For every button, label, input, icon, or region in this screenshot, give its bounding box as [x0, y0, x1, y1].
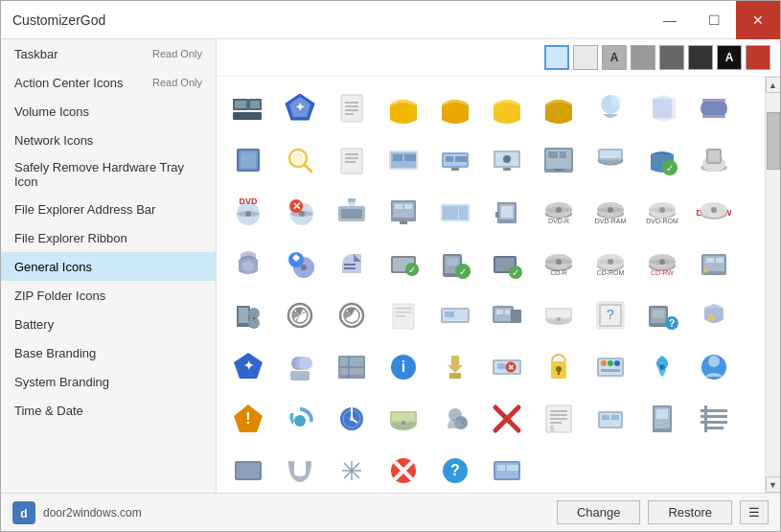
icon-cell[interactable]: [328, 188, 376, 236]
icon-cell[interactable]: [379, 188, 427, 236]
icon-cell[interactable]: ✓: [483, 240, 531, 288]
icon-cell[interactable]: DVD-RAM: [586, 188, 634, 236]
icon-cell[interactable]: [483, 447, 531, 493]
sidebar-item-general-icons[interactable]: General Icons: [1, 252, 216, 281]
icon-cell[interactable]: [483, 291, 531, 339]
icon-cell[interactable]: [328, 447, 376, 493]
icon-cell[interactable]: [483, 84, 531, 132]
sidebar-item-file-explorer-address[interactable]: File Explorer Address Bar: [1, 195, 216, 223]
icon-cell[interactable]: [690, 84, 738, 132]
icon-cell[interactable]: ✦: [276, 84, 324, 132]
icon-cell[interactable]: ✓: [379, 240, 427, 288]
sidebar-item-system-branding[interactable]: System Branding: [1, 367, 216, 396]
icon-cell[interactable]: [535, 136, 583, 184]
close-button[interactable]: ✕: [736, 1, 780, 39]
icon-cell[interactable]: [431, 84, 479, 132]
sidebar-item-action-center[interactable]: Action Center Icons Read Only: [1, 68, 216, 97]
sidebar-item-zip-folder[interactable]: ZIP Folder Icons: [1, 281, 216, 310]
icon-cell[interactable]: [328, 136, 376, 184]
scroll-down-button[interactable]: ▼: [766, 476, 781, 493]
icon-cell[interactable]: [224, 84, 272, 132]
icon-cell[interactable]: [431, 188, 479, 236]
icon-cell[interactable]: [379, 136, 427, 184]
icon-cell[interactable]: [224, 291, 272, 339]
icon-cell[interactable]: [483, 188, 531, 236]
icon-cell[interactable]: [379, 447, 427, 493]
icon-cell[interactable]: ?: [431, 447, 479, 493]
icon-cell[interactable]: [638, 84, 686, 132]
icon-cell[interactable]: A: [690, 291, 738, 339]
icon-cell[interactable]: ?: [638, 291, 686, 339]
icon-cell[interactable]: ✓: [638, 136, 686, 184]
minimize-button[interactable]: —: [648, 1, 692, 39]
icon-cell[interactable]: ?: [586, 291, 634, 339]
icon-cell[interactable]: [224, 447, 272, 493]
icon-cell[interactable]: [690, 395, 738, 443]
color-swatch-a1[interactable]: A: [602, 45, 627, 70]
menu-button[interactable]: ☰: [740, 500, 769, 524]
color-swatch-3[interactable]: [631, 45, 655, 70]
sidebar-item-taskbar[interactable]: Taskbar Read Only: [1, 39, 216, 68]
icon-cell[interactable]: [483, 136, 531, 184]
icon-cell[interactable]: [431, 395, 479, 443]
sidebar-item-volume[interactable]: Volume Icons: [1, 97, 216, 126]
color-swatch-4[interactable]: [659, 45, 684, 70]
sidebar-item-time-date[interactable]: Time & Date: [1, 396, 216, 425]
icon-cell[interactable]: CD-RW: [638, 240, 686, 288]
icon-cell[interactable]: [535, 291, 583, 339]
icon-cell[interactable]: [431, 291, 479, 339]
icon-cell[interactable]: [638, 395, 686, 443]
sidebar-item-battery[interactable]: Battery: [1, 310, 216, 338]
icon-cell[interactable]: [638, 343, 686, 391]
icon-cell[interactable]: [586, 84, 634, 132]
icon-cell[interactable]: [690, 136, 738, 184]
icon-cell[interactable]: [328, 395, 376, 443]
icon-cell[interactable]: [690, 343, 738, 391]
icon-cell[interactable]: [535, 343, 583, 391]
icon-cell[interactable]: DVD: [224, 188, 272, 236]
icon-cell[interactable]: ✓: [431, 240, 479, 288]
icon-cell[interactable]: [379, 84, 427, 132]
sidebar-item-network[interactable]: Network Icons: [1, 126, 216, 154]
icon-cell[interactable]: [535, 84, 583, 132]
sidebar-item-safely-remove[interactable]: Safely Remove Hardware Tray Icon: [1, 154, 216, 195]
icon-cell[interactable]: i: [379, 343, 427, 391]
icon-cell[interactable]: ✕: [276, 188, 324, 236]
scroll-thumb[interactable]: [767, 112, 780, 170]
icon-cell[interactable]: [276, 447, 324, 493]
sidebar-item-file-explorer-ribbon[interactable]: File Explorer Ribbon: [1, 223, 216, 252]
icon-cell[interactable]: CD-R: [535, 240, 583, 288]
color-swatch-red[interactable]: [746, 45, 770, 70]
icon-cell[interactable]: ✦: [224, 343, 272, 391]
icon-cell[interactable]: [328, 343, 376, 391]
icon-cell[interactable]: [586, 395, 634, 443]
icon-cell[interactable]: CD-ROM: [586, 240, 634, 288]
icon-cell[interactable]: DVD-RW: [690, 188, 738, 236]
icon-cell[interactable]: DVD-R: [535, 188, 583, 236]
icon-cell[interactable]: [276, 240, 324, 288]
icon-cell[interactable]: !: [224, 395, 272, 443]
restore-button[interactable]: Restore: [648, 500, 732, 524]
icon-cell[interactable]: ✖: [483, 343, 531, 391]
icon-cell[interactable]: A: [690, 240, 738, 288]
scroll-track[interactable]: [766, 93, 781, 476]
icon-cell[interactable]: [224, 240, 272, 288]
icon-cell[interactable]: DVD-ROM: [638, 188, 686, 236]
color-swatch-0[interactable]: [544, 45, 569, 70]
scroll-up-button[interactable]: ▲: [766, 77, 781, 93]
icon-cell[interactable]: [586, 136, 634, 184]
icon-cell[interactable]: [379, 291, 427, 339]
change-button[interactable]: Change: [557, 500, 641, 524]
icon-cell[interactable]: [276, 395, 324, 443]
icon-cell[interactable]: [483, 395, 531, 443]
sidebar-item-base-branding[interactable]: Base Branding: [1, 338, 216, 367]
icon-cell[interactable]: [431, 136, 479, 184]
icon-cell[interactable]: §: [535, 395, 583, 443]
color-swatch-1[interactable]: [573, 45, 598, 70]
icon-cell[interactable]: [431, 343, 479, 391]
icon-cell[interactable]: [276, 136, 324, 184]
icon-cell[interactable]: [379, 395, 427, 443]
icon-cell[interactable]: [328, 240, 376, 288]
icon-cell[interactable]: [276, 291, 324, 339]
icon-cell[interactable]: [224, 136, 272, 184]
